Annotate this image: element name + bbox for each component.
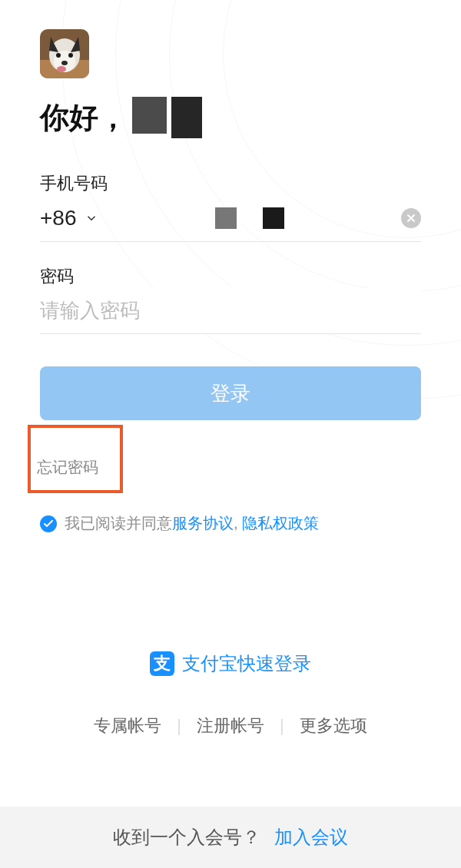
username-redacted: [132, 97, 202, 138]
forgot-password-link[interactable]: 忘记密码: [37, 454, 104, 481]
svg-point-5: [68, 53, 73, 58]
country-code-selector[interactable]: +86: [40, 206, 98, 230]
bottom-links: 专属帐号 | 注册帐号 | 更多选项: [0, 714, 461, 737]
join-meeting-link[interactable]: 加入会议: [274, 825, 348, 850]
clear-phone-button[interactable]: [401, 208, 421, 228]
forgot-password-highlight: 忘记密码: [28, 425, 123, 493]
password-label: 密码: [40, 265, 421, 288]
alipay-login-text: 支付宝快速登录: [182, 651, 311, 676]
footer-bar: 收到一个入会号？ 加入会议: [0, 807, 461, 868]
meeting-prompt: 收到一个入会号？: [113, 825, 260, 850]
service-agreement-link[interactable]: 服务协议: [172, 515, 234, 532]
avatar: [40, 29, 89, 78]
more-options-link[interactable]: 更多选项: [300, 714, 367, 737]
close-icon: [406, 214, 416, 223]
country-code-value: +86: [40, 206, 77, 230]
register-account-link[interactable]: 注册帐号: [197, 714, 264, 737]
phone-number-redacted: [98, 207, 402, 229]
agreement-comma: ,: [234, 515, 242, 532]
greeting-text: 你好，: [40, 98, 128, 137]
separator: |: [280, 716, 284, 736]
alipay-login-button[interactable]: 支 支付宝快速登录: [0, 651, 461, 676]
separator: |: [177, 716, 181, 736]
exclusive-account-link[interactable]: 专属帐号: [94, 714, 161, 737]
login-button[interactable]: 登录: [40, 366, 421, 420]
alipay-icon: 支: [150, 651, 174, 676]
chevron-down-icon: [85, 211, 98, 225]
password-input[interactable]: [40, 288, 421, 334]
agreement-checkbox[interactable]: [40, 515, 57, 532]
svg-point-7: [57, 66, 66, 72]
svg-point-6: [61, 61, 68, 65]
privacy-policy-link[interactable]: 隐私权政策: [242, 515, 319, 532]
phone-label: 手机号码: [40, 172, 421, 195]
svg-point-4: [56, 53, 61, 58]
check-icon: [43, 518, 54, 529]
agreement-prefix: 我已阅读并同意: [65, 515, 172, 532]
